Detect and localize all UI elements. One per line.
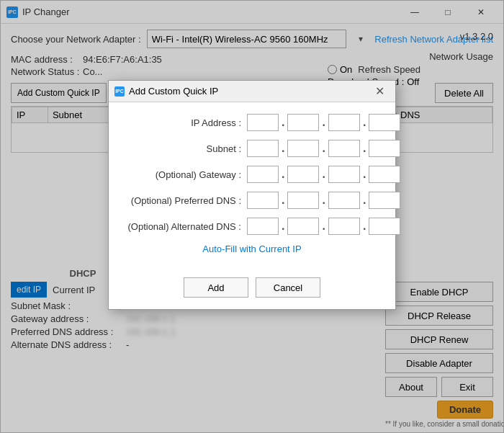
ip-octet-4[interactable]	[369, 114, 400, 131]
modal-cancel-button[interactable]: Cancel	[256, 277, 320, 298]
subnet-octet-3[interactable]	[328, 140, 360, 157]
ip-dot-1: .	[282, 116, 284, 129]
modal-add-button[interactable]: Add	[184, 277, 248, 298]
alternated-dns-input-row: (Optional) Alternated DNS : . . .	[126, 218, 378, 235]
ip-octet-3[interactable]	[328, 114, 360, 131]
subnet-input-row: Subnet : . . .	[126, 140, 378, 157]
subnet-octet-1[interactable]	[247, 140, 279, 157]
preferred-dns-octet-1[interactable]	[247, 192, 279, 209]
ip-dot-3: .	[363, 116, 366, 129]
gateway-octet-4[interactable]	[369, 166, 400, 183]
alternated-dns-octet-4[interactable]	[369, 218, 400, 235]
main-window: IPC IP Changer — □ ✕ Choose your Network…	[0, 0, 504, 433]
gateway-dot-3: .	[363, 168, 366, 181]
preferred-dns-octet-4[interactable]	[369, 192, 400, 209]
gateway-dot-2: .	[322, 168, 325, 181]
modal-icon: IPC	[114, 86, 125, 97]
gateway-input-label: (Optional) Gateway :	[126, 169, 241, 180]
ip-dot-2: .	[322, 116, 325, 129]
alternated-dns-octet-1[interactable]	[247, 218, 279, 235]
ip-octet-2[interactable]	[287, 114, 319, 131]
preferred-dns-octet-2[interactable]	[287, 192, 319, 209]
modal-title-bar: IPC Add Custom Quick IP ✕	[109, 81, 395, 102]
preferred-dns-input-row: (Optional) Preferred DNS : . . .	[126, 192, 378, 209]
alternated-dns-dot-3: .	[363, 220, 366, 233]
ip-address-fields: . . .	[247, 114, 400, 131]
gateway-octet-2[interactable]	[287, 166, 319, 183]
gateway-octet-1[interactable]	[247, 166, 279, 183]
ip-address-label: IP Address :	[126, 117, 241, 128]
preferred-dns-fields: . . .	[247, 192, 400, 209]
alternated-dns-octet-3[interactable]	[328, 218, 360, 235]
preferred-dns-dot-3: .	[363, 194, 366, 207]
alternated-dns-fields: . . .	[247, 218, 400, 235]
subnet-input-label: Subnet :	[126, 143, 241, 154]
alternated-dns-input-label: (Optional) Alternated DNS :	[126, 221, 241, 232]
alternated-dns-dot-2: .	[322, 220, 325, 233]
gateway-input-row: (Optional) Gateway : . . .	[126, 166, 378, 183]
subnet-octet-4[interactable]	[369, 140, 400, 157]
gateway-dot-1: .	[282, 168, 284, 181]
subnet-dot-1: .	[282, 142, 284, 155]
ip-address-row: IP Address : . . .	[126, 114, 378, 131]
preferred-dns-input-label: (Optional) Preferred DNS :	[126, 195, 241, 206]
preferred-dns-octet-3[interactable]	[328, 192, 360, 209]
subnet-octet-2[interactable]	[287, 140, 319, 157]
gateway-fields: . . .	[247, 166, 400, 183]
subnet-dot-2: .	[322, 142, 325, 155]
modal-body: IP Address : . . . Subnet :	[109, 102, 395, 277]
ip-octet-1[interactable]	[247, 114, 279, 131]
modal-title: Add Custom Quick IP	[129, 86, 369, 97]
autofill-link[interactable]: Auto-Fill with Current IP	[126, 244, 378, 254]
alternated-dns-dot-1: .	[282, 220, 284, 233]
modal-overlay: IPC Add Custom Quick IP ✕ IP Address : .…	[1, 1, 503, 432]
add-custom-ip-modal: IPC Add Custom Quick IP ✕ IP Address : .…	[108, 80, 396, 310]
modal-footer: Add Cancel	[109, 277, 395, 309]
preferred-dns-dot-1: .	[282, 194, 284, 207]
preferred-dns-dot-2: .	[322, 194, 325, 207]
subnet-dot-3: .	[363, 142, 366, 155]
gateway-octet-3[interactable]	[328, 166, 360, 183]
modal-close-button[interactable]: ✕	[369, 81, 390, 102]
subnet-fields: . . .	[247, 140, 400, 157]
alternated-dns-octet-2[interactable]	[287, 218, 319, 235]
